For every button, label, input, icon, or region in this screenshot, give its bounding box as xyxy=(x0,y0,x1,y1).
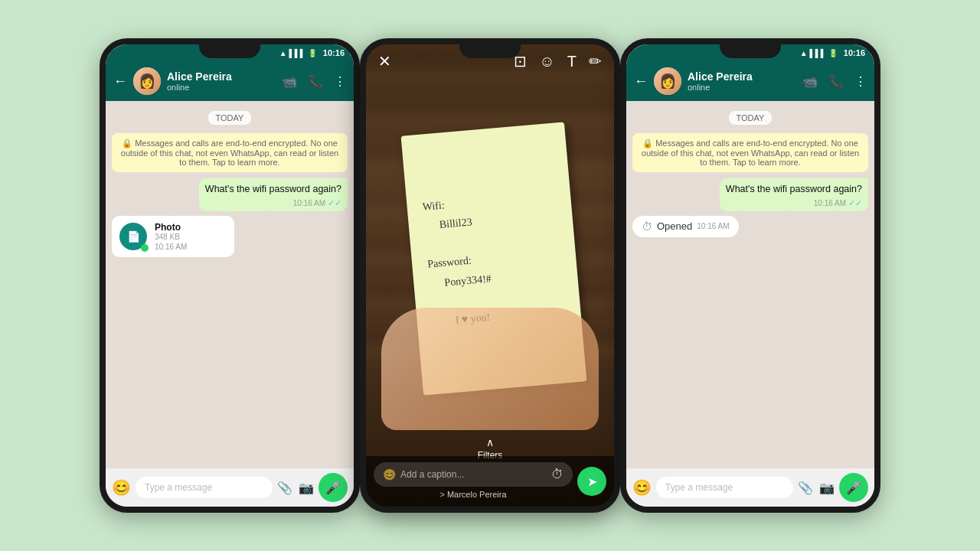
photo-doc-icon: 📄 xyxy=(127,230,140,243)
contact-info-right: Alice Pereira online xyxy=(688,70,796,92)
notch-middle xyxy=(459,44,521,58)
camera-icons-right: ⊡ ☺ T ✏ xyxy=(514,52,602,70)
wifi-value: Billil23 xyxy=(439,216,472,230)
message-input-right[interactable]: Type a message xyxy=(656,477,793,498)
signal-icons-right: ▲ ▌▌▌ 🔋 xyxy=(800,49,838,57)
msg-outgoing-right: What's the wifi password again? 10:16 AM… xyxy=(720,178,868,211)
avatar-right: 👩 xyxy=(654,67,681,95)
msg-text-right: What's the wifi password again? xyxy=(726,183,862,197)
mic-button-left[interactable]: 🎤 xyxy=(318,473,348,502)
attach-button-left[interactable]: 📎 xyxy=(277,481,292,495)
timer-icon: ⏱ xyxy=(551,468,564,481)
mic-icon-right: 🎤 xyxy=(846,481,861,495)
password-label: Password: xyxy=(427,255,472,270)
password-value: Pony334!# xyxy=(444,272,492,288)
filters-chevron-icon: ∧ xyxy=(486,436,494,448)
send-icon-middle: ➤ xyxy=(587,474,597,489)
input-bar-left: 😊 Type a message 📎 📷 🎤 xyxy=(106,468,354,507)
input-placeholder-left: Type a message xyxy=(145,482,212,493)
input-icons-left: 📎 📷 xyxy=(277,481,314,495)
text-button-middle[interactable]: T xyxy=(567,53,577,70)
header-icons-right: 📹 📞 ⋮ xyxy=(802,74,867,89)
avatar-img-right: 👩 xyxy=(654,67,681,95)
emoji-caption-icon: 😊 xyxy=(383,468,396,481)
notch-right xyxy=(720,44,781,58)
msg-time-right: 10:16 AM xyxy=(814,199,846,207)
call-button-left[interactable]: 📞 xyxy=(308,74,323,89)
menu-button-left[interactable]: ⋮ xyxy=(334,74,346,89)
msg-ticks-left: ✓✓ xyxy=(328,198,341,208)
caption-placeholder: Add a caption... xyxy=(400,469,547,480)
phone-right: ▲ ▌▌▌ 🔋 10:16 ← 👩 Alice Pereira online 📹… xyxy=(620,38,880,513)
contact-status-left: online xyxy=(167,83,276,92)
chat-header-left: ← 👩 Alice Pereira online 📹 📞 ⋮ xyxy=(106,61,354,101)
photo-name-left: Photo xyxy=(155,222,187,233)
msg-time-left: 10:16 AM xyxy=(293,199,325,207)
phone-middle: ✕ ⊡ ☺ T ✏ Wifi: Billil23 Password: Pony3… xyxy=(360,38,620,513)
hand-image xyxy=(381,308,599,430)
battery-icon-right: 🔋 xyxy=(828,49,838,57)
date-divider-right: TODAY xyxy=(632,110,868,124)
msg-text-left: What's the wifi password again? xyxy=(205,183,341,197)
signal-icons-left: ▲ ▌▌▌ 🔋 xyxy=(279,49,317,57)
back-button-left[interactable]: ← xyxy=(113,73,127,90)
encrypt-notice-left[interactable]: 🔒 Messages and calls are end-to-end encr… xyxy=(112,133,348,172)
close-button-middle[interactable]: ✕ xyxy=(378,52,391,70)
attach-button-right[interactable]: 📎 xyxy=(798,481,813,495)
emoji-button-left[interactable]: 😊 xyxy=(112,478,131,497)
avatar-img-left: 👩 xyxy=(133,67,161,95)
signal-icon-left: ▌▌▌ xyxy=(289,49,305,57)
back-button-right[interactable]: ← xyxy=(634,73,648,90)
input-icons-right: 📎 📷 xyxy=(798,481,835,495)
contact-name-left: Alice Pereira xyxy=(167,70,276,83)
mic-button-right[interactable]: 🎤 xyxy=(839,473,868,502)
chat-body-left: TODAY 🔒 Messages and calls are end-to-en… xyxy=(106,101,354,468)
call-button-right[interactable]: 📞 xyxy=(828,74,844,89)
signal-icon-right: ▌▌▌ xyxy=(810,49,826,57)
photo-time-left: 10:16 AM xyxy=(155,243,187,251)
photo-info-left: Photo 348 KB xyxy=(155,222,187,241)
draw-button-middle[interactable]: ✏ xyxy=(589,52,602,70)
camera-button-right[interactable]: 📷 xyxy=(819,481,835,495)
send-button-middle[interactable]: ➤ xyxy=(577,467,606,496)
phone-left: ▲ ▌▌▌ 🔋 10:16 ← 👩 Alice Pereira online 📹… xyxy=(100,38,360,513)
caption-input[interactable]: 😊 Add a caption... ⏱ xyxy=(374,462,573,487)
input-placeholder-right: Type a message xyxy=(665,482,733,493)
video-call-button-right[interactable]: 📹 xyxy=(802,74,818,89)
avatar-left: 👩 xyxy=(133,67,161,95)
encrypt-notice-right[interactable]: 🔒 Messages and calls are end-to-end encr… xyxy=(632,133,868,172)
opened-time-right: 10:16 AM xyxy=(697,222,729,230)
battery-icon-left: 🔋 xyxy=(308,49,317,57)
message-input-left[interactable]: Type a message xyxy=(136,477,273,498)
wifi-icon-left: ▲ xyxy=(279,49,287,57)
photo-details-left: Photo 348 KB 10:16 AM xyxy=(155,222,187,251)
menu-button-right[interactable]: ⋮ xyxy=(854,74,867,89)
opened-label-right: Opened xyxy=(657,220,692,232)
photo-size-left: 348 KB xyxy=(155,233,187,241)
emoji-button-middle[interactable]: ☺ xyxy=(539,53,554,70)
mic-icon-left: 🎤 xyxy=(325,481,341,495)
wifi-icon-right: ▲ xyxy=(800,49,808,57)
chat-body-right: TODAY 🔒 Messages and calls are end-to-en… xyxy=(626,101,874,468)
opened-icon-right: ⏱ xyxy=(642,220,652,233)
header-icons-left: 📹 📞 ⋮ xyxy=(282,74,346,89)
camera-button-left[interactable]: 📷 xyxy=(299,481,314,495)
msg-outgoing-left: What's the wifi password again? 10:16 AM… xyxy=(199,178,348,211)
msg-meta-left: 10:16 AM ✓✓ xyxy=(205,198,341,208)
msg-ticks-right: ✓✓ xyxy=(848,198,862,208)
video-call-button-left[interactable]: 📹 xyxy=(282,74,297,89)
emoji-button-right[interactable]: 😊 xyxy=(632,478,652,497)
status-time-left: 10:16 xyxy=(323,48,345,57)
status-time-right: 10:16 xyxy=(844,48,865,57)
opened-badge-right: ⏱ Opened 10:16 AM xyxy=(632,216,739,237)
photo-icon-left: 📄 xyxy=(119,223,147,250)
notch-left xyxy=(199,44,260,58)
contact-name-right: Alice Pereira xyxy=(688,70,796,83)
photo-msg-left[interactable]: 📄 Photo 348 KB 10:16 AM xyxy=(112,216,234,257)
contact-status-right: online xyxy=(688,83,796,92)
chat-header-right: ← 👩 Alice Pereira online 📹 📞 ⋮ xyxy=(626,61,874,101)
msg-meta-right: 10:16 AM ✓✓ xyxy=(726,198,862,208)
camera-input-bar: 😊 Add a caption... ⏱ > Marcelo Pereira ➤ xyxy=(366,456,614,507)
input-bar-right: 😊 Type a message 📎 📷 🎤 xyxy=(626,468,874,507)
recipient-bar[interactable]: > Marcelo Pereira xyxy=(374,490,573,500)
